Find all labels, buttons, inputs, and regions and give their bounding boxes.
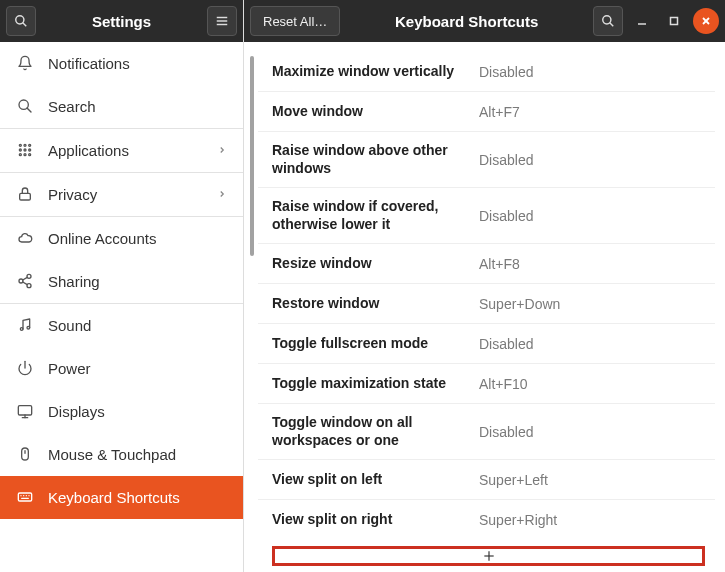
scrollbar[interactable]	[250, 56, 254, 554]
sidebar-item-label: Power	[48, 360, 227, 377]
shortcut-label: Toggle maximization state	[272, 375, 467, 393]
sidebar-item-label: Mouse & Touchpad	[48, 446, 227, 463]
svg-point-15	[29, 154, 31, 156]
chevron-right-icon	[217, 189, 227, 199]
shortcut-label: Restore window	[272, 295, 467, 313]
sidebar-item-label: Applications	[48, 142, 203, 159]
svg-rect-39	[671, 18, 678, 25]
sidebar-item-displays[interactable]: Displays	[0, 390, 243, 433]
share-icon	[16, 272, 34, 290]
sidebar-item-privacy[interactable]: Privacy	[0, 173, 243, 216]
sidebar-item-label: Search	[48, 98, 227, 115]
content-body: Maximize window verticallyDisabledMove w…	[244, 42, 725, 572]
shortcut-value: Alt+F8	[479, 256, 703, 272]
shortcut-value: Super+Right	[479, 512, 703, 528]
scrollbar-thumb[interactable]	[250, 56, 254, 256]
chevron-right-icon	[217, 145, 227, 155]
shortcut-row[interactable]: Restore windowSuper+Down	[258, 284, 715, 324]
shortcut-row[interactable]: Move windowAlt+F7	[258, 92, 715, 132]
shortcut-row[interactable]: View split on rightSuper+Right	[258, 500, 715, 540]
search-icon	[14, 14, 28, 28]
shortcut-row[interactable]: Raise window above other windowsDisabled	[258, 132, 715, 188]
shortcut-row[interactable]: Toggle fullscreen modeDisabled	[258, 324, 715, 364]
svg-line-20	[23, 277, 28, 280]
shortcut-label: Resize window	[272, 255, 467, 273]
sidebar-item-sound[interactable]: Sound	[0, 304, 243, 347]
search-icon	[601, 14, 615, 28]
svg-line-1	[23, 23, 27, 27]
svg-line-21	[23, 282, 28, 285]
shortcut-value: Super+Down	[479, 296, 703, 312]
maximize-icon	[669, 16, 679, 26]
shortcut-row[interactable]: View split on leftSuper+Left	[258, 460, 715, 500]
shortcut-row[interactable]: Raise window if covered, otherwise lower…	[258, 188, 715, 244]
window-close-button[interactable]	[693, 8, 719, 34]
search-icon	[16, 97, 34, 115]
svg-rect-30	[18, 493, 31, 501]
svg-point-14	[24, 154, 26, 156]
svg-rect-25	[18, 406, 31, 415]
svg-point-36	[603, 16, 611, 24]
sidebar-search-button[interactable]	[6, 6, 36, 36]
sidebar-list: NotificationsSearchApplicationsPrivacyOn…	[0, 42, 243, 572]
sidebar-item-label: Online Accounts	[48, 230, 227, 247]
cloud-icon	[16, 229, 34, 247]
shortcut-label: Toggle window on all workspaces or one	[272, 414, 467, 449]
add-shortcut-button[interactable]	[272, 546, 705, 566]
shortcut-value: Alt+F7	[479, 104, 703, 120]
sidebar-item-online-accounts[interactable]: Online Accounts	[0, 217, 243, 260]
sidebar: Settings NotificationsSearchApplications…	[0, 0, 244, 572]
shortcut-label: Toggle fullscreen mode	[272, 335, 467, 353]
svg-line-6	[27, 108, 31, 112]
sidebar-item-label: Notifications	[48, 55, 227, 72]
shortcut-value: Disabled	[479, 424, 703, 440]
svg-point-9	[29, 144, 31, 146]
hamburger-icon	[215, 14, 229, 28]
content-header: Reset All… Keyboard Shortcuts	[244, 0, 725, 42]
shortcut-value: Disabled	[479, 64, 703, 80]
shortcut-value: Super+Left	[479, 472, 703, 488]
svg-point-0	[16, 16, 24, 24]
sidebar-item-sharing[interactable]: Sharing	[0, 260, 243, 303]
plus-icon	[482, 549, 496, 563]
shortcut-value: Disabled	[479, 336, 703, 352]
minimize-icon	[637, 16, 647, 26]
sidebar-item-keyboard-shortcuts[interactable]: Keyboard Shortcuts	[0, 476, 243, 519]
svg-line-37	[610, 23, 614, 27]
sidebar-item-label: Sharing	[48, 273, 227, 290]
svg-point-7	[19, 144, 21, 146]
sidebar-item-mouse-touchpad[interactable]: Mouse & Touchpad	[0, 433, 243, 476]
sidebar-item-applications[interactable]: Applications	[0, 129, 243, 172]
content-pane: Reset All… Keyboard Shortcuts Maximize w…	[244, 0, 725, 572]
sidebar-item-search[interactable]: Search	[0, 85, 243, 128]
shortcut-list: Maximize window verticallyDisabledMove w…	[258, 52, 715, 554]
shortcut-label: View split on right	[272, 511, 467, 529]
shortcut-label: Move window	[272, 103, 467, 121]
shortcut-row[interactable]: Toggle maximization stateAlt+F10	[258, 364, 715, 404]
shortcut-value: Disabled	[479, 152, 703, 168]
reset-all-button[interactable]: Reset All…	[250, 6, 340, 36]
power-icon	[16, 359, 34, 377]
shortcut-label: Raise window above other windows	[272, 142, 467, 177]
sidebar-item-power[interactable]: Power	[0, 347, 243, 390]
shortcut-row[interactable]: Maximize window verticallyDisabled	[258, 52, 715, 92]
shortcut-row[interactable]: Resize windowAlt+F8	[258, 244, 715, 284]
shortcut-label: Maximize window vertically	[272, 63, 467, 81]
svg-point-22	[20, 328, 23, 331]
shortcut-value: Disabled	[479, 208, 703, 224]
hamburger-button[interactable]	[207, 6, 237, 36]
svg-point-10	[19, 149, 21, 151]
shortcut-value: Alt+F10	[479, 376, 703, 392]
svg-point-23	[27, 326, 30, 329]
svg-rect-16	[20, 193, 31, 200]
svg-point-13	[19, 154, 21, 156]
svg-point-12	[29, 149, 31, 151]
window-maximize-button[interactable]	[661, 8, 687, 34]
panel-search-button[interactable]	[593, 6, 623, 36]
shortcut-row[interactable]: Toggle window on all workspaces or oneDi…	[258, 404, 715, 460]
panel-title: Keyboard Shortcuts	[346, 13, 587, 30]
window-minimize-button[interactable]	[629, 8, 655, 34]
shortcut-label: View split on left	[272, 471, 467, 489]
close-icon	[701, 16, 711, 26]
sidebar-item-notifications[interactable]: Notifications	[0, 42, 243, 85]
